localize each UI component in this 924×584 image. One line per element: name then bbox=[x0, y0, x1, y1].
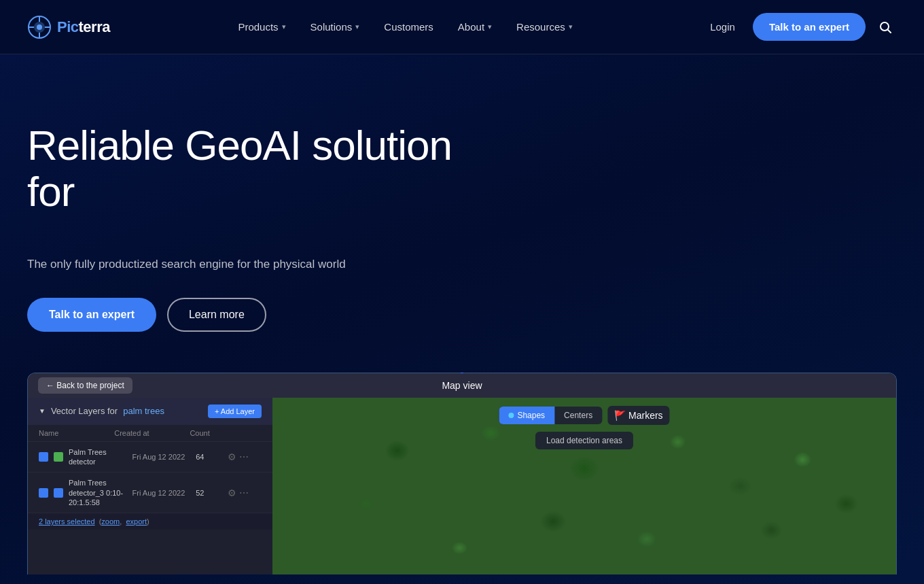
solutions-chevron-icon: ▾ bbox=[355, 22, 359, 31]
sidebar-header-left: ▼ Vector Layers for palm trees bbox=[39, 406, 164, 416]
hero-subtitle: The only fully productized search engine… bbox=[27, 256, 367, 273]
sidebar-header: ▼ Vector Layers for palm trees + Add Lay… bbox=[28, 398, 272, 425]
row-checkbox-2[interactable] bbox=[39, 488, 48, 498]
col-header-count: Count bbox=[190, 429, 228, 437]
app-map: Shapes Centers 🚩 Markers Load detection … bbox=[272, 398, 896, 574]
row-count-1: 64 bbox=[196, 453, 228, 461]
about-chevron-icon: ▾ bbox=[488, 22, 492, 31]
row-checkbox-1[interactable] bbox=[39, 452, 48, 462]
nav-links: Products ▾ Solutions ▾ Customers About ▾… bbox=[228, 16, 582, 38]
row-actions-1[interactable]: ⚙ ⋯ bbox=[228, 451, 262, 462]
login-link[interactable]: Login bbox=[700, 16, 745, 38]
footer-zoom-link[interactable]: zoom bbox=[101, 517, 120, 526]
row-actions-2[interactable]: ⚙ ⋯ bbox=[228, 487, 262, 498]
expand-chevron-icon: ▼ bbox=[39, 407, 46, 415]
map-overlay-panel: Shapes Centers 🚩 Markers bbox=[499, 406, 669, 425]
layer-name: palm trees bbox=[123, 406, 164, 416]
table-header: Name Created at Count bbox=[28, 425, 272, 442]
svg-point-7 bbox=[881, 22, 889, 31]
table-row[interactable]: Palm Trees detector Fri Aug 12 2022 64 ⚙… bbox=[28, 442, 272, 473]
hero-title: Reliable GeoAI solution for bbox=[27, 122, 503, 215]
nav-item-solutions[interactable]: Solutions ▾ bbox=[301, 16, 370, 38]
sidebar-footer: 2 layers selected (zoom, export) bbox=[28, 513, 272, 530]
map-toggle-group: Shapes Centers bbox=[499, 407, 602, 424]
hero-section: Reliable GeoAI solution for The only ful… bbox=[0, 54, 924, 584]
layer-prefix: Vector Layers for bbox=[51, 406, 118, 416]
footer-selected-text: 2 layers selected bbox=[39, 517, 95, 526]
nav-item-resources[interactable]: Resources ▾ bbox=[507, 16, 582, 38]
row-menu-icon-2[interactable]: ⋯ bbox=[239, 487, 249, 498]
app-screenshot-wrapper: ← Back to the project Map view ▼ Vector … bbox=[27, 373, 897, 574]
nav-item-about[interactable]: About ▾ bbox=[448, 16, 501, 38]
nav-actions: Login Talk to an expert bbox=[700, 13, 897, 41]
nav-cta-button[interactable]: Talk to an expert bbox=[753, 13, 866, 41]
app-screenshot: ← Back to the project Map view ▼ Vector … bbox=[27, 373, 897, 574]
svg-line-8 bbox=[888, 30, 891, 33]
shapes-dot-icon bbox=[508, 413, 514, 418]
col-header-name: Name bbox=[39, 429, 114, 437]
load-detection-areas-button[interactable]: Load detection areas bbox=[535, 432, 633, 449]
app-body: ▼ Vector Layers for palm trees + Add Lay… bbox=[28, 398, 896, 574]
logo-link[interactable]: Picterra bbox=[27, 15, 110, 39]
app-map-title: Map view bbox=[442, 380, 482, 391]
footer-export-link[interactable]: export bbox=[126, 517, 147, 526]
row-color-indicator-1 bbox=[54, 452, 63, 462]
table-row[interactable]: Palm Trees detector_3 0:10-20:1.5:58 Fri… bbox=[28, 473, 272, 513]
map-shapes-button[interactable]: Shapes bbox=[499, 407, 554, 424]
nav-item-customers[interactable]: Customers bbox=[374, 16, 443, 38]
map-centers-button[interactable]: Centers bbox=[554, 407, 602, 424]
logo-text: Picterra bbox=[57, 18, 110, 36]
row-date-2: Fri Aug 12 2022 bbox=[132, 489, 196, 497]
row-settings-icon[interactable]: ⚙ bbox=[228, 451, 236, 462]
app-sidebar: ▼ Vector Layers for palm trees + Add Lay… bbox=[28, 398, 272, 574]
hero-buttons: Talk to an expert Learn more bbox=[27, 298, 897, 332]
map-markers-button[interactable]: 🚩 Markers bbox=[607, 406, 669, 425]
products-chevron-icon: ▾ bbox=[282, 22, 286, 31]
hero-cta-primary-button[interactable]: Talk to an expert bbox=[27, 298, 156, 332]
row-date-1: Fri Aug 12 2022 bbox=[132, 453, 196, 461]
row-name-1: Palm Trees detector bbox=[69, 447, 132, 467]
row-name-2: Palm Trees detector_3 0:10-20:1.5:58 bbox=[69, 478, 132, 507]
row-settings-icon-2[interactable]: ⚙ bbox=[228, 487, 236, 498]
row-color-indicator-2 bbox=[54, 488, 63, 498]
col-header-actions bbox=[228, 429, 262, 437]
search-button[interactable] bbox=[874, 16, 897, 39]
app-back-button[interactable]: ← Back to the project bbox=[38, 377, 132, 394]
app-topbar: ← Back to the project Map view bbox=[28, 373, 896, 398]
row-count-2: 52 bbox=[196, 489, 228, 497]
logo-icon bbox=[27, 15, 52, 39]
nav-item-products[interactable]: Products ▾ bbox=[228, 16, 295, 38]
add-layer-button[interactable]: + Add Layer bbox=[208, 405, 262, 418]
row-menu-icon[interactable]: ⋯ bbox=[239, 451, 249, 462]
search-icon bbox=[879, 21, 891, 33]
svg-point-2 bbox=[37, 24, 42, 30]
col-header-created: Created at bbox=[114, 429, 190, 437]
resources-chevron-icon: ▾ bbox=[569, 22, 573, 31]
hero-cta-secondary-button[interactable]: Learn more bbox=[167, 298, 266, 332]
navbar: Picterra Products ▾ Solutions ▾ Customer… bbox=[0, 0, 924, 54]
